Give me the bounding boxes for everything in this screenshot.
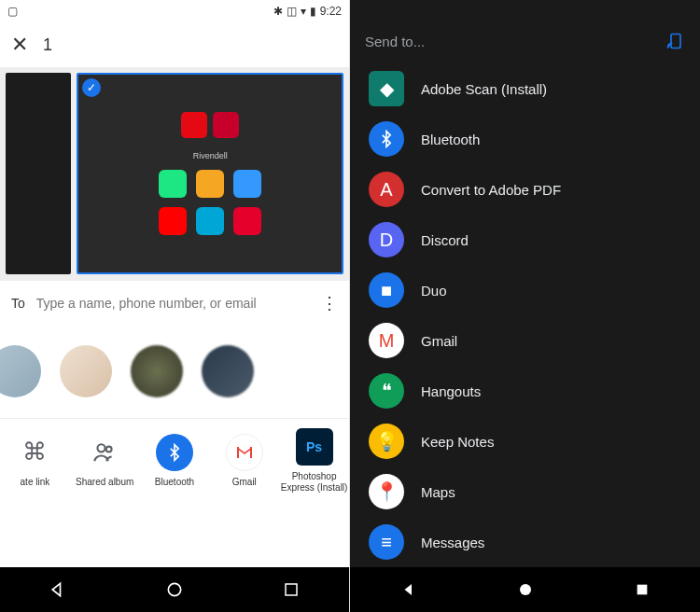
app-item-label: Discord [421,232,469,248]
photoshop-icon: Ps [296,428,333,466]
close-button[interactable]: ✕ [11,33,28,57]
status-bar-dark [350,0,700,19]
status-time: 9:22 [320,5,342,18]
hangouts-icon: ❝ [369,373,404,409]
home-button[interactable] [497,581,553,598]
app-item-convert[interactable]: AConvert to Adobe PDF [361,164,689,215]
recents-button[interactable] [614,582,670,597]
send-header: Send to... [350,19,700,63]
vibrate-status-icon: ◫ [287,5,297,18]
app-plex-icon [196,170,224,198]
app-grid [159,170,261,235]
people-icon [86,434,123,471]
selection-header: ✕ 1 [0,22,349,67]
app-item-label: Gmail [421,333,457,349]
share-label: ate link [21,477,50,488]
check-icon: ✓ [82,78,101,97]
share-label: Gmail [232,477,257,488]
share-targets-row: ⌘ ate link Shared album Bluetooth Gmail … [0,418,349,502]
app-item-label: Bluetooth [421,132,480,147]
navigation-bar [0,567,349,612]
share-bluetooth[interactable]: Bluetooth [141,434,208,488]
app-item-label: Messages [421,535,484,550]
back-button[interactable] [30,580,86,599]
cast-icon[interactable] [666,32,685,50]
app-item-discord[interactable]: DDiscord [361,215,689,265]
duo-icon: ■ [369,272,404,308]
share-photoshop-express[interactable]: Ps Photoshop Express (Install) [281,428,348,494]
svg-rect-4 [671,35,680,49]
svg-point-0 [98,444,105,452]
app-item-maps[interactable]: 📍Maps [361,466,689,517]
thumbnail-prev[interactable] [6,73,71,274]
convert-icon: A [369,172,404,207]
share-shared-album[interactable]: Shared album [71,434,138,488]
app-item-keep[interactable]: 💡Keep Notes [361,416,689,466]
app-list[interactable]: ◆Adobe Scan (Install)BluetoothAConvert t… [350,63,700,612]
share-gmail[interactable]: Gmail [211,434,278,488]
bluetooth-icon [156,434,193,471]
app-item-label: Adobe Scan (Install) [421,81,547,97]
app-vudu-icon [233,170,261,198]
thumbnail-selected[interactable]: ✓ Rivendell [77,73,343,274]
maps-icon: 📍 [369,474,404,509]
app-item-hangouts[interactable]: ❝Hangouts [361,366,689,416]
svg-point-5 [520,584,531,595]
status-bar: ▢ ✱ ◫ ▾ ▮ 9:22 [0,0,349,22]
app-smartcast-icon [233,207,261,235]
app-tivo-icon [196,207,224,235]
navigation-bar [350,567,700,612]
app-netflix-icon [181,112,207,138]
app-hulu-icon [159,170,187,198]
send-to-sheet-dark: Send to... ◆Adobe Scan (Install)Bluetoot… [350,0,700,612]
thumbnail-strip[interactable]: ✓ Rivendell [0,67,349,280]
app-youtube-icon [159,207,187,235]
app-item-duo[interactable]: ■Duo [361,265,689,315]
app-item-gmail[interactable]: MGmail [361,315,689,366]
share-create-link[interactable]: ⌘ ate link [1,434,68,488]
recipient-row: To ⋮ [0,280,349,325]
svg-point-1 [106,446,112,452]
app-item-adobe[interactable]: ◆Adobe Scan (Install) [361,63,689,114]
app-item-label: Maps [421,484,455,500]
share-label: Bluetooth [155,477,194,488]
discord-icon: D [369,222,404,257]
app-item-messages[interactable]: ≡Messages [361,517,689,567]
share-sheet-light: ▢ ✱ ◫ ▾ ▮ 9:22 ✕ 1 ✓ Rivendell [0,0,350,612]
to-label: To [11,296,25,311]
recents-button[interactable] [263,581,319,598]
gmail-icon: M [369,323,404,358]
contact-suggestions[interactable] [0,325,349,418]
contact-avatar[interactable] [131,345,183,397]
app-item-label: Keep Notes [421,434,494,450]
cast-device-label: Rivendell [193,151,228,160]
contact-avatar[interactable] [0,345,41,397]
adobe-icon: ◆ [369,71,404,106]
app-item-bluetooth[interactable]: Bluetooth [361,114,689,164]
battery-status-icon: ▮ [310,5,316,18]
back-button[interactable] [381,581,437,598]
contact-avatar[interactable] [60,345,112,397]
app-iheart-icon [213,112,239,138]
contact-avatar[interactable] [202,345,254,397]
recipient-input[interactable] [36,296,321,311]
home-button[interactable] [147,580,203,599]
selection-count: 1 [43,35,52,55]
bluetooth-icon [369,121,404,157]
app-item-label: Duo [421,283,447,299]
more-options-button[interactable]: ⋮ [321,293,338,313]
wifi-status-icon: ▾ [301,5,306,18]
svg-rect-3 [286,584,297,595]
keep-icon: 💡 [369,424,404,459]
svg-point-2 [168,583,180,595]
share-label: Photoshop Express (Install) [281,471,348,494]
link-icon: ⌘ [16,434,53,471]
app-item-label: Hangouts [421,383,481,399]
share-label: Shared album [76,477,133,488]
send-to-title: Send to... [365,34,425,49]
svg-rect-6 [637,585,647,595]
bluetooth-status-icon: ✱ [273,5,283,18]
gmail-icon [226,434,263,471]
messages-icon: ≡ [369,524,404,560]
app-item-label: Convert to Adobe PDF [421,182,561,198]
